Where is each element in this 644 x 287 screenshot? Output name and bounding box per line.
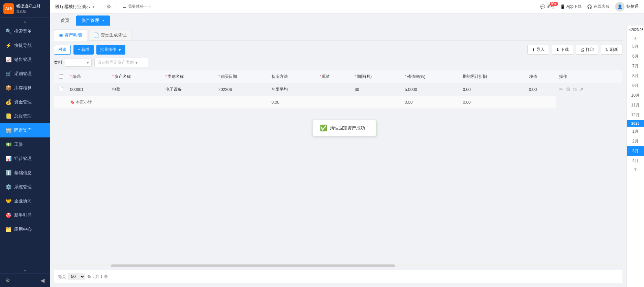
experience-button[interactable]: ☁ 我要体验一下: [122, 4, 152, 9]
sidebar-item-purchase[interactable]: 🛒 采购管理: [0, 67, 50, 81]
download-button[interactable]: ⬇ 下载: [552, 45, 573, 55]
app-download-button[interactable]: 📱 App下载: [560, 4, 582, 9]
cal-month-12[interactable]: 12月: [627, 110, 644, 120]
sidebar-item-operations[interactable]: 📊 经营管理: [0, 152, 50, 166]
topbar: 医疗器械行业演示 ▼ ⚙ ☁ 我要体验一下 💬 消息 99+ 📱 App下载 🎧…: [50, 0, 644, 13]
cal-month-5[interactable]: 5月: [627, 42, 644, 52]
collapse-icon[interactable]: ◀: [40, 277, 44, 284]
settings-gear-icon[interactable]: ⚙: [106, 3, 111, 10]
calendar-arrow-down[interactable]: ▼: [627, 166, 644, 173]
cal-month-11[interactable]: 11月: [627, 100, 644, 110]
sidebar-item-enterprise[interactable]: 🤝 企业协同: [0, 194, 50, 208]
row-checkbox[interactable]: [59, 87, 63, 91]
table-row: 000001 电脑 电子设备 202206 年限平均 60 5.0000 0.0…: [54, 83, 622, 96]
edit-icon[interactable]: ✏: [559, 87, 563, 92]
category-placeholder: 请选择固定资产类别: [97, 60, 134, 65]
calendar-arrow-up[interactable]: ▲: [627, 34, 644, 42]
sidebar-item-finance[interactable]: 💰 资金管理: [0, 95, 50, 109]
header-code: *编码: [67, 70, 110, 83]
cal-month-4[interactable]: 4月: [627, 156, 644, 166]
header-net-value: 净值: [526, 70, 556, 83]
subtotal-row: 🔖 本页小计： 0.00 0.00 0.00: [54, 96, 622, 109]
sidebar-item-label: 经营管理: [14, 156, 32, 162]
sidebar-item-label: 销售管理: [14, 57, 32, 63]
sidebar-item-ledger[interactable]: 📒 总账管理: [0, 109, 50, 123]
tab-asset-management[interactable]: 资产管理 ×: [76, 15, 110, 26]
cal-month-9[interactable]: 9月: [627, 81, 644, 91]
cal-year-marker[interactable]: 2023: [627, 120, 644, 127]
cal-month-1[interactable]: 1月: [627, 127, 644, 136]
sidebar-item-guide[interactable]: 🎯 新手引导: [0, 208, 50, 222]
horizontal-scrollbar[interactable]: [54, 262, 622, 270]
reconcile-label: 对账: [58, 47, 66, 53]
sidebar-item-sales[interactable]: 📈 销售管理: [0, 53, 50, 67]
customer-service-button[interactable]: 🎧 在线客服: [587, 4, 610, 9]
company-dropdown-icon: ▼: [92, 5, 95, 9]
sidebar-item-inventory[interactable]: 📦 库存核算: [0, 81, 50, 95]
message-button[interactable]: 💬 消息 99+: [540, 4, 555, 9]
sub-tab-detail-label: 资产明细: [64, 32, 82, 38]
sidebar-item-label: 基础信息: [14, 170, 32, 176]
header-residual-rate: *残值率(%): [402, 70, 460, 83]
user-profile[interactable]: 👤 畅捷通: [615, 2, 639, 11]
cal-month-3[interactable]: 3月: [627, 146, 644, 156]
sidebar-item-search[interactable]: 🔍 搜索菜单: [0, 24, 50, 38]
app-download-icon: 📱: [560, 4, 565, 9]
sidebar-scroll-up[interactable]: ▲: [0, 18, 50, 24]
sidebar-item-payroll[interactable]: 💵 工资: [0, 137, 50, 152]
cal-month-7[interactable]: 7月: [627, 61, 644, 71]
import-icon: ⬆: [532, 47, 535, 52]
action-icons: ✏ 🗑 ⧉ ↗: [559, 87, 620, 92]
close-panel-icon[interactable]: ✕: [628, 28, 631, 32]
print-label: 打印: [586, 47, 594, 53]
topbar-divider2: [117, 3, 117, 10]
sidebar-item-system[interactable]: ⚙️ 系统管理: [0, 180, 50, 194]
calendar-header: ✕ 2023.03 ⤢: [627, 26, 644, 34]
sidebar-item-quicknav[interactable]: ⚡ 快捷导航: [0, 38, 50, 53]
settings-icon[interactable]: ⚙: [5, 277, 10, 284]
sidebar-item-label: 采购管理: [14, 71, 32, 77]
print-button[interactable]: 🖨 打印: [576, 45, 598, 55]
row-actions: ✏ 🗑 ⧉ ↗: [556, 83, 622, 96]
header-accumulated: 期初累计折旧: [460, 70, 526, 83]
sidebar-item-fixed-assets[interactable]: 🏢 固定资产: [0, 123, 50, 137]
sidebar-item-label: 新手引导: [14, 212, 32, 218]
customer-service-icon: 🎧: [587, 4, 592, 9]
reconcile-button[interactable]: 对账: [54, 45, 71, 55]
copy-icon[interactable]: ⧉: [573, 87, 577, 92]
select-all-checkbox[interactable]: [59, 74, 63, 78]
category-select[interactable]: [65, 59, 92, 67]
guide-icon: 🎯: [5, 212, 11, 218]
header-original-value: *原值: [317, 70, 352, 83]
tab-home[interactable]: 首页: [55, 15, 75, 26]
refresh-button[interactable]: ↻ 刷新: [601, 45, 622, 55]
logo-sub: 普及版: [16, 9, 40, 14]
topbar-divider: [101, 3, 101, 10]
toolbar-right: ⬆ 导入 ⬇ 下载 🖨 打印 ↻ 刷新: [527, 45, 622, 55]
header-period: *期限(月): [352, 70, 402, 83]
company-selector[interactable]: 医疗器械行业演示 ▼: [55, 4, 95, 10]
per-page-select[interactable]: 50 100 200: [68, 273, 85, 280]
row-checkbox-cell: [54, 83, 67, 96]
import-button[interactable]: ⬆ 导入: [527, 45, 549, 55]
cal-month-10[interactable]: 10月: [627, 91, 644, 100]
sub-tab-voucher[interactable]: 📄 变更生成凭证: [88, 30, 132, 40]
experience-icon: ☁: [122, 4, 126, 9]
cal-month-6[interactable]: 6月: [627, 52, 644, 61]
pagination-bar: 每页 50 100 200 条，共 1 条: [54, 270, 622, 283]
username: 畅捷通: [626, 4, 639, 9]
sidebar-scroll-down[interactable]: ▼: [0, 267, 50, 274]
more-icon[interactable]: ↗: [579, 87, 583, 92]
header-category: *类别名称: [163, 70, 216, 83]
sub-tab-asset-detail[interactable]: ◉ 资产明细: [54, 30, 87, 41]
sidebar-item-basic-info[interactable]: ℹ️ 基础信息: [0, 166, 50, 180]
sidebar-item-appstore[interactable]: 🗂️ 应用中心: [0, 222, 50, 236]
new-button[interactable]: + 新增: [73, 45, 94, 55]
batch-button[interactable]: 批量操作 ▼: [96, 45, 125, 55]
category-type-select[interactable]: 请选择固定资产类别 ▼: [94, 58, 148, 67]
tab-close-icon[interactable]: ×: [102, 19, 104, 23]
delete-icon[interactable]: 🗑: [566, 87, 571, 92]
cal-month-2[interactable]: 2月: [627, 136, 644, 146]
cal-month-8[interactable]: 8月: [627, 71, 644, 81]
logo-icon: AtA: [3, 3, 14, 14]
